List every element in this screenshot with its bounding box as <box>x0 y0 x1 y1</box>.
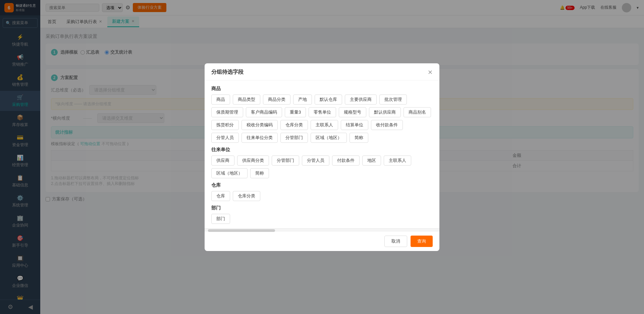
field-tag-分管人员[interactable]: 分管人员 <box>302 155 329 166</box>
modal-hscroll[interactable] <box>205 228 439 231</box>
field-tag-区域（地区）[interactable]: 区域（地区） <box>311 133 347 143</box>
modal-overlay: 分组待选字段 ✕ 商品商品商品类型商品分类产地默认仓库主要供应商批次管理保质期管… <box>0 0 644 314</box>
modal-header: 分组待选字段 ✕ <box>205 63 439 80</box>
field-tag-分管部门[interactable]: 分管部门 <box>280 133 308 143</box>
field-tag-分管部门[interactable]: 分管部门 <box>272 155 299 166</box>
field-tag-拣货积分[interactable]: 拣货积分 <box>211 120 239 130</box>
field-tag-产地[interactable]: 产地 <box>293 95 312 105</box>
modal-close-button[interactable]: ✕ <box>428 69 433 76</box>
fields-grid-department: 部门 <box>211 214 433 224</box>
modal-hscroll-thumb <box>208 229 275 232</box>
field-tag-商品别名[interactable]: 商品别名 <box>404 107 431 117</box>
confirm-button[interactable]: 查询 <box>411 236 433 247</box>
field-tag-批次管理[interactable]: 批次管理 <box>379 95 407 105</box>
field-tag-重量3[interactable]: 重量3 <box>285 107 306 117</box>
field-tag-区域（地区）[interactable]: 区域（地区） <box>211 168 248 178</box>
field-tag-仓库分类[interactable]: 仓库分类 <box>233 191 260 201</box>
field-tag-主要供应商[interactable]: 主要供应商 <box>345 95 377 105</box>
field-tag-简称[interactable]: 简称 <box>350 133 368 143</box>
field-tag-商品[interactable]: 商品 <box>211 95 230 105</box>
field-tag-仓库分类[interactable]: 仓库分类 <box>280 120 308 130</box>
field-tag-付款条件[interactable]: 付款条件 <box>332 155 360 166</box>
field-tag-供应商分类[interactable]: 供应商分类 <box>237 155 269 166</box>
modal-footer: 取消 查询 <box>205 231 439 251</box>
field-tag-收付款条件[interactable]: 收付款条件 <box>371 120 403 130</box>
field-tag-商品类型[interactable]: 商品类型 <box>233 95 260 105</box>
field-tag-默认供应商[interactable]: 默认供应商 <box>369 107 401 117</box>
fields-grid-warehouse: 仓库仓库分类 <box>211 191 433 201</box>
field-tag-客户商品编码[interactable]: 客户商品编码 <box>246 107 282 117</box>
field-tag-主联系人[interactable]: 主联系人 <box>311 120 338 130</box>
field-group-title-department: 部门 <box>211 205 433 211</box>
field-tag-简称[interactable]: 简称 <box>250 168 269 178</box>
field-group-title-warehouse: 仓库 <box>211 182 433 188</box>
modal-body[interactable]: 商品商品商品类型商品分类产地默认仓库主要供应商批次管理保质期管理客户商品编码重量… <box>205 80 439 228</box>
field-tag-分管人员[interactable]: 分管人员 <box>211 133 239 143</box>
field-tag-保质期管理[interactable]: 保质期管理 <box>211 107 243 117</box>
modal-title: 分组待选字段 <box>211 69 244 76</box>
field-tag-默认仓库[interactable]: 默认仓库 <box>315 95 342 105</box>
field-tag-部门[interactable]: 部门 <box>211 214 230 224</box>
modal-dialog: 分组待选字段 ✕ 商品商品商品类型商品分类产地默认仓库主要供应商批次管理保质期管… <box>205 63 439 251</box>
field-group-title-product: 商品 <box>211 86 433 92</box>
field-group-title-counterpart: 往来单位 <box>211 147 433 153</box>
field-tag-往来单位分类[interactable]: 往来单位分类 <box>241 133 278 143</box>
field-tag-零售单位[interactable]: 零售单位 <box>309 107 336 117</box>
field-tag-结算单位[interactable]: 结算单位 <box>341 120 368 130</box>
field-tag-仓库[interactable]: 仓库 <box>211 191 230 201</box>
fields-grid-counterpart: 供应商供应商分类分管部门分管人员付款条件地区主联系人区域（地区）简称 <box>211 155 433 178</box>
field-tag-主联系人[interactable]: 主联系人 <box>384 155 411 166</box>
field-tag-规格型号[interactable]: 规格型号 <box>339 107 366 117</box>
cancel-button[interactable]: 取消 <box>384 236 407 247</box>
field-tag-供应商[interactable]: 供应商 <box>211 155 234 166</box>
field-tag-商品分类[interactable]: 商品分类 <box>263 95 290 105</box>
field-tag-税收分类编码[interactable]: 税收分类编码 <box>241 120 278 130</box>
field-tag-地区[interactable]: 地区 <box>362 155 381 166</box>
fields-grid-product: 商品商品类型商品分类产地默认仓库主要供应商批次管理保质期管理客户商品编码重量3零… <box>211 95 433 143</box>
